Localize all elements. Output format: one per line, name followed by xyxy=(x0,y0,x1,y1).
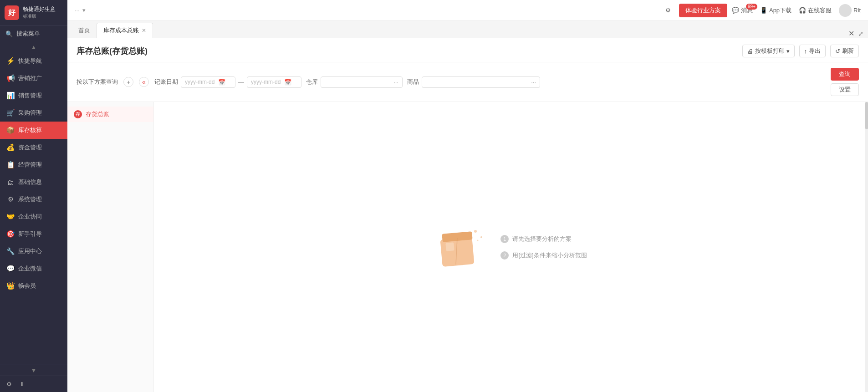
sidebar-item-label: 企业微信 xyxy=(18,265,42,273)
filter-bar: 按以下方案查询 + « 记账日期 yyyy-mm-dd 📅 — yyyy-mm-… xyxy=(67,62,868,102)
step-text-1: 请先选择要分析的方案 xyxy=(512,233,572,245)
scheme-item-inventory-ledger[interactable]: 存 存货总账 xyxy=(67,107,153,122)
sidebar-item-label: 资金管理 xyxy=(18,143,42,152)
scroll-up-btn[interactable]: ▲ xyxy=(0,41,67,52)
system-icon: ⚙ xyxy=(6,195,15,204)
sidebar-item-label: 营销推广 xyxy=(18,74,42,82)
sidebar-item-enterprise[interactable]: 🤝 企业协同 xyxy=(0,208,67,225)
warehouse-more-icon[interactable]: ··· xyxy=(393,79,398,86)
logo-icon: 好 xyxy=(5,5,19,20)
template-print-label: 按模板打印 xyxy=(755,47,785,55)
date-end-input[interactable]: yyyy-mm-dd 📅 xyxy=(247,76,301,88)
dropdown-icon: ▾ xyxy=(82,7,86,14)
refresh-btn[interactable]: ↺ 刷新 xyxy=(830,45,859,57)
sidebar-item-purchase[interactable]: 🛒 采购管理 xyxy=(0,104,67,122)
print-dropdown-icon: ▾ xyxy=(786,48,790,55)
account-date-label: 记账日期 xyxy=(154,78,178,86)
app-logo: 好 畅捷通好生意 标准版 xyxy=(0,0,67,26)
sidebar-item-label: 新手引导 xyxy=(18,230,42,238)
quick-nav-icon: ⚡ xyxy=(6,57,15,65)
warehouse-select[interactable]: ··· xyxy=(321,76,403,88)
sidebar-item-new-guide[interactable]: 🎯 新手引导 xyxy=(0,225,67,243)
app-version: 标准版 xyxy=(23,13,56,20)
product-more-icon[interactable]: ··· xyxy=(531,79,536,86)
settings-btn[interactable]: 设置 xyxy=(831,83,859,96)
user-name: Rit xyxy=(853,7,861,14)
search-menu-item[interactable]: 🔍 搜索菜单 xyxy=(0,26,67,41)
sidebar-item-label: 企业协同 xyxy=(18,213,42,221)
template-print-btn[interactable]: 🖨 按模板打印 ▾ xyxy=(742,45,795,57)
sidebar-nav: ⚡ 快捷导航 📢 营销推广 📊 销售管理 🛒 采购管理 📦 库存核算 💰 资金管… xyxy=(0,52,67,365)
breadcrumb-dropdown[interactable]: ▾ xyxy=(82,7,86,14)
filter-collapse-btn[interactable]: « xyxy=(139,77,149,87)
calendar-end-icon[interactable]: 📅 xyxy=(284,79,291,86)
app-name: 畅捷通好生意 xyxy=(23,6,56,13)
finance-icon: 💰 xyxy=(6,143,15,152)
sidebar-item-label: 经营管理 xyxy=(18,161,42,169)
app-center-icon: 🔧 xyxy=(6,247,15,255)
date-start-input[interactable]: yyyy-mm-dd 📅 xyxy=(181,76,235,88)
tabbar: 首页 库存成本总账 ✕ ✕ ⤢ xyxy=(67,21,868,38)
page-header: 库存总账(存货总账) 🖨 按模板打印 ▾ ↑ 导出 ↺ 刷新 xyxy=(67,38,868,62)
panel-expand-btn[interactable]: ⤢ xyxy=(858,30,863,37)
date-field-group: 记账日期 yyyy-mm-dd 📅 — yyyy-mm-dd 📅 xyxy=(154,76,301,88)
audio-bottom-icon[interactable]: ⏸ xyxy=(19,381,25,387)
topbar-right: 💬 消息 99+ 📱 App下载 🎧 在线客服 Rit xyxy=(732,4,861,17)
calendar-start-icon[interactable]: 📅 xyxy=(218,79,225,86)
export-label: 导出 xyxy=(809,47,821,55)
scrollbar-thumb xyxy=(865,102,868,129)
sidebar-item-app-center[interactable]: 🔧 应用中心 xyxy=(0,243,67,260)
settings-bottom-icon[interactable]: ⚙ xyxy=(6,381,12,387)
step-text-2: 用[过滤]条件来缩小分析范围 xyxy=(512,249,587,261)
tab-close-btn[interactable]: ✕ xyxy=(142,27,146,34)
operations-icon: 📋 xyxy=(6,161,15,169)
sidebar-item-quick-nav[interactable]: ⚡ 快捷导航 xyxy=(0,52,67,70)
filter-add-btn[interactable]: + xyxy=(123,77,133,87)
sidebar-item-inventory[interactable]: 📦 库存核算 xyxy=(0,122,67,139)
topbar-settings-btn[interactable]: ⚙ xyxy=(662,4,674,17)
sidebar-item-member[interactable]: 👑 畅会员 xyxy=(0,277,67,295)
tab-inventory-cost[interactable]: 库存成本总账 ✕ xyxy=(97,23,153,38)
product-select[interactable]: ··· xyxy=(422,76,540,88)
scroll-down-btn[interactable]: ▼ xyxy=(0,365,67,376)
empty-step-2: 2 用[过滤]条件来缩小分析范围 xyxy=(500,249,587,261)
app-download-btn[interactable]: 📱 App下载 xyxy=(760,6,791,15)
main-area: ··· ▾ ⚙ 体验行业方案 💬 消息 99+ 📱 App下载 🎧 在线客服 xyxy=(67,0,868,392)
svg-point-4 xyxy=(474,230,477,233)
product-label: 商品 xyxy=(407,78,419,86)
scheme-item-label: 存货总账 xyxy=(86,110,109,118)
sidebar-item-basic-info[interactable]: 🗂 基础信息 xyxy=(0,173,67,191)
industry-btn[interactable]: 体验行业方案 xyxy=(679,4,727,17)
query-btn[interactable]: 查询 xyxy=(831,68,859,81)
export-icon: ↑ xyxy=(804,48,807,55)
sidebar-item-marketing[interactable]: 📢 营销推广 xyxy=(0,70,67,87)
page-actions: 🖨 按模板打印 ▾ ↑ 导出 ↺ 刷新 xyxy=(742,45,859,57)
empty-state: 1 请先选择要分析的方案 2 用[过滤]条件来缩小分析范围 xyxy=(154,102,865,392)
app-download-label: App下载 xyxy=(769,6,791,15)
filter-label-text: 按以下方案查询 xyxy=(77,78,118,86)
step-num-2: 2 xyxy=(500,251,509,260)
sidebar-item-system[interactable]: ⚙ 系统管理 xyxy=(0,191,67,208)
sidebar-item-label: 应用中心 xyxy=(18,247,42,255)
breadcrumb: ··· ▾ xyxy=(75,7,657,14)
export-btn[interactable]: ↑ 导出 xyxy=(799,45,826,57)
tab-home[interactable]: 首页 xyxy=(72,23,97,38)
filter-section-label: 按以下方案查询 xyxy=(77,78,118,86)
messages-badge: 99+ xyxy=(746,4,757,10)
messages-btn[interactable]: 💬 消息 99+ xyxy=(732,6,753,15)
user-profile[interactable]: Rit xyxy=(839,4,861,17)
svg-point-5 xyxy=(480,236,482,238)
sidebar-item-enterprise-wechat[interactable]: 💬 企业微信 xyxy=(0,260,67,277)
sidebar-item-finance[interactable]: 💰 资金管理 xyxy=(0,139,67,156)
sidebar-bottom: ⚙ ⏸ xyxy=(0,376,67,392)
empty-step-1: 1 请先选择要分析的方案 xyxy=(500,233,587,245)
sidebar-item-operations[interactable]: 📋 经营管理 xyxy=(0,156,67,173)
page-title: 库存总账(存货总账) xyxy=(77,46,148,56)
sidebar-item-label: 采购管理 xyxy=(18,109,42,117)
member-icon: 👑 xyxy=(6,282,15,290)
online-support-btn[interactable]: 🎧 在线客服 xyxy=(799,6,832,15)
right-scrollbar[interactable] xyxy=(865,102,868,392)
filter-actions: 查询 设置 xyxy=(831,68,859,96)
sidebar-item-sales[interactable]: 📊 销售管理 xyxy=(0,87,67,104)
panel-close-btn[interactable]: ✕ xyxy=(848,29,854,38)
